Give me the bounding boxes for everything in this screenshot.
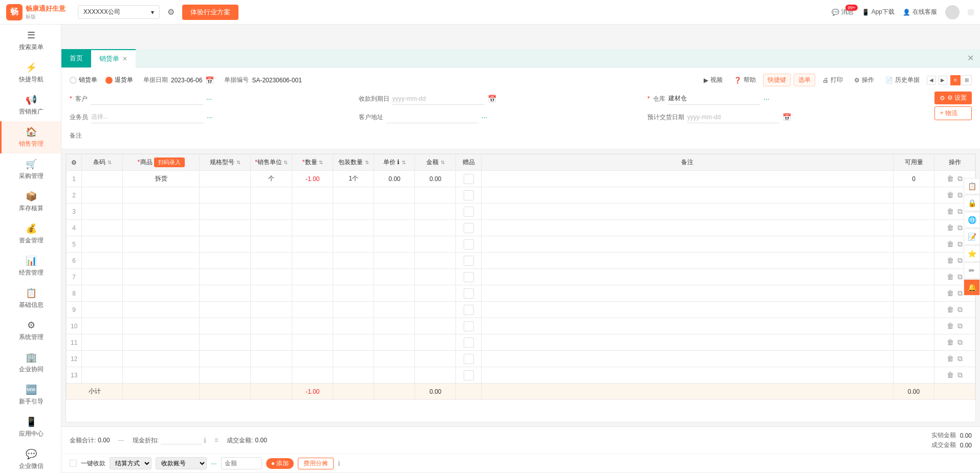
expected-date-input[interactable]: yyyy-mm-dd (687, 111, 779, 123)
cell-price[interactable]: 0.00 (374, 171, 415, 187)
copy-icon[interactable]: ⧉ (957, 371, 963, 379)
sidebar-item-wechat[interactable]: 💬 企业微信 (0, 443, 61, 473)
cell-unit[interactable] (251, 318, 292, 334)
cell-remarks[interactable] (482, 302, 894, 318)
cell-amount[interactable] (415, 220, 456, 236)
cell-barcode[interactable] (82, 220, 123, 236)
cell-barcode[interactable] (82, 318, 123, 334)
sidebar-item-purchase[interactable]: 🛒 采购管理 (0, 153, 61, 186)
gift-checkbox[interactable] (464, 337, 474, 348)
radio-sales[interactable]: 销货单 (70, 76, 97, 84)
cell-goods[interactable] (123, 236, 200, 253)
sidebar-item-inventory[interactable]: 📦 库存核算 (0, 186, 61, 218)
cell-pkgqty[interactable] (333, 334, 374, 351)
cell-barcode[interactable] (82, 171, 123, 187)
cell-spec[interactable] (200, 318, 251, 334)
cell-qty[interactable] (292, 302, 333, 318)
copy-icon[interactable]: ⧉ (957, 256, 963, 264)
cell-unit[interactable] (251, 285, 292, 302)
cell-amount[interactable] (415, 253, 456, 269)
cell-remarks[interactable] (482, 351, 894, 367)
cell-barcode[interactable] (82, 367, 123, 384)
sidebar-item-base[interactable]: 📋 基础信息 (0, 282, 61, 314)
gift-checkbox[interactable] (464, 174, 474, 184)
delete-icon[interactable]: 🗑 (947, 256, 954, 264)
customer-ellipsis[interactable]: ··· (206, 95, 212, 103)
cell-barcode[interactable] (82, 302, 123, 318)
company-selector[interactable]: XXXXXX公司 ▾ (78, 5, 160, 19)
cell-amount[interactable] (415, 367, 456, 384)
settings-button[interactable]: ⚙ (164, 5, 178, 19)
payment-method-select[interactable]: 结算方式 (110, 457, 151, 469)
cell-price[interactable] (374, 351, 415, 367)
gift-checkbox[interactable] (464, 207, 474, 217)
cell-pkgqty[interactable] (333, 367, 374, 384)
video-btn[interactable]: ▶ 视频 (700, 74, 727, 86)
cell-amount[interactable] (415, 302, 456, 318)
cell-unit[interactable]: 个 (251, 171, 292, 187)
cell-qty[interactable] (292, 220, 333, 236)
cell-pkgqty[interactable] (333, 236, 374, 253)
delete-icon[interactable]: 🗑 (947, 354, 954, 363)
copy-icon[interactable]: ⧉ (957, 354, 963, 363)
copy-icon[interactable]: ⧉ (957, 322, 963, 330)
float-btn-6[interactable]: ✏ (964, 262, 980, 279)
cell-goods[interactable] (123, 204, 200, 220)
logistics-btn[interactable]: + 物流 (934, 106, 972, 120)
cell-amount[interactable] (415, 318, 456, 334)
delete-icon[interactable]: 🗑 (947, 305, 954, 313)
cell-goods[interactable] (123, 269, 200, 285)
delete-icon[interactable]: 🗑 (947, 174, 954, 183)
cell-amount[interactable] (415, 334, 456, 351)
delete-icon[interactable]: 🗑 (947, 322, 954, 330)
cell-qty[interactable] (292, 285, 333, 302)
cell-goods[interactable] (123, 253, 200, 269)
cell-pkgqty[interactable] (333, 269, 374, 285)
cell-spec[interactable] (200, 285, 251, 302)
cell-unit[interactable] (251, 269, 292, 285)
cell-unit[interactable] (251, 204, 292, 220)
cell-qty[interactable] (292, 367, 333, 384)
gift-checkbox[interactable] (464, 239, 474, 250)
cell-spec[interactable] (200, 351, 251, 367)
cell-remarks[interactable] (482, 334, 894, 351)
warehouse-ellipsis[interactable]: ··· (764, 95, 770, 103)
history-btn[interactable]: 📄 历史单据 (881, 74, 924, 86)
copy-icon[interactable]: ⧉ (957, 207, 963, 215)
settings-action-btn[interactable]: ⚙ ⚙ 设置 (934, 92, 972, 104)
sidebar-item-enterprise[interactable]: 🏢 企业协同 (0, 347, 61, 379)
cell-gift[interactable] (456, 318, 482, 334)
gift-checkbox[interactable] (464, 223, 474, 233)
copy-icon[interactable]: ⧉ (957, 338, 963, 346)
cell-gift[interactable] (456, 285, 482, 302)
payment-cal-icon[interactable]: 📅 (488, 95, 496, 103)
one-click-checkbox[interactable] (70, 460, 77, 467)
cell-qty[interactable] (292, 253, 333, 269)
help-btn[interactable]: ❓ 帮助 (730, 74, 760, 86)
gift-checkbox[interactable] (464, 305, 474, 315)
copy-icon[interactable]: ⧉ (957, 273, 963, 281)
cell-gift[interactable] (456, 269, 482, 285)
salesperson-ellipsis[interactable]: ··· (207, 113, 213, 121)
delete-icon[interactable]: 🗑 (947, 223, 954, 232)
sidebar-item-system[interactable]: ⚙ 系统管理 (0, 314, 61, 347)
account-ellipsis[interactable]: ··· (211, 459, 217, 467)
copy-icon[interactable]: ⧉ (957, 174, 963, 183)
cell-price[interactable] (374, 318, 415, 334)
trial-button[interactable]: 体验行业方案 (182, 5, 238, 20)
payment-amount-input[interactable] (221, 457, 262, 469)
cell-goods[interactable] (123, 285, 200, 302)
cell-spec[interactable] (200, 302, 251, 318)
app-download-button[interactable]: 📱 App下载 (862, 8, 895, 16)
cell-price[interactable] (374, 285, 415, 302)
sidebar-item-operations[interactable]: 📊 经营管理 (0, 250, 61, 282)
cell-barcode[interactable] (82, 253, 123, 269)
cell-gift[interactable] (456, 236, 482, 253)
expense-help-icon[interactable]: ℹ (338, 460, 340, 467)
cell-remarks[interactable] (482, 285, 894, 302)
float-btn-2[interactable]: 🔒 (964, 195, 980, 211)
delete-icon[interactable]: 🗑 (947, 289, 954, 297)
cell-barcode[interactable] (82, 269, 123, 285)
warehouse-input[interactable]: 建材仓 (668, 93, 760, 105)
cell-unit[interactable] (251, 236, 292, 253)
